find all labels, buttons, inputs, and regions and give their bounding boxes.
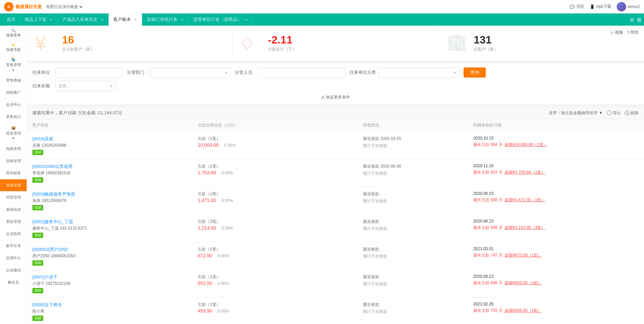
due-date: 2021.02.26	[473, 302, 639, 306]
sidebar-search[interactable]: 🔍 搜索菜单	[0, 26, 27, 41]
help-btn[interactable]: ? 帮助	[627, 30, 639, 35]
person-input[interactable]: ...	[258, 67, 345, 78]
sidebar-item-purchase-mgmt[interactable]: 采购管理	[0, 155, 27, 167]
dept-select[interactable]: ▼	[150, 67, 231, 78]
filter-row-2: 往来余额 选择... ▼	[32, 81, 639, 91]
overdue-link[interactable]: 超期¥672.00（1笔）	[505, 253, 542, 258]
company-select[interactable]: 母婴行业演示账套	[45, 4, 84, 9]
customer-name[interactable]: [0001020001]李老师	[32, 164, 198, 170]
due-date: 2020.06.23	[473, 219, 639, 224]
overdue-link[interactable]: 超期¥1,703.68（1笔）	[505, 170, 545, 175]
chevron-down-icon: ▼	[224, 71, 228, 75]
main-layout: 🔍 搜索菜单 ⚡ 快捷导航 🏪 零售管理 ▲ 零售商城 营销推广 会员中心 零售…	[0, 26, 644, 324]
total-customers-label: 总客户（家）	[474, 47, 636, 52]
collapse-button[interactable]: ⋀ 收起更多条件	[32, 93, 639, 101]
tab-instock-stats[interactable]: 进货单统计表（按商品） ✕	[189, 13, 253, 26]
debt-count: 欠款（1笔）	[198, 191, 363, 197]
debt-cell: 1,214.00 0.00%	[198, 225, 363, 231]
collection-latest: 最近收款	[363, 191, 473, 197]
tab-purchase-order[interactable]: 采购订单统计表 ✕	[142, 13, 189, 26]
sidebar-item-marketing[interactable]: 营销推广	[0, 87, 27, 99]
overdue-link[interactable]: 超期¥652.00（1笔）	[505, 281, 542, 285]
refresh-button[interactable]: ↺ 刷新	[625, 110, 639, 116]
debt-info-cell: 欠款（1笔） 1,471.00 0.00%	[198, 191, 363, 203]
customer-phone: 陈小希	[32, 308, 198, 314]
sidebar-item-new-guide[interactable]: 新手引导	[0, 240, 27, 252]
customer-name[interactable]: [000002]用户2050	[32, 246, 198, 253]
debt-count: 欠款（1笔）	[198, 274, 363, 280]
sidebar-item-batch-mgmt[interactable]: 📦 批发管理 ▼	[0, 123, 27, 143]
debt-percent: 0.00%	[222, 171, 233, 175]
debt-percent: 0.00%	[222, 226, 233, 231]
close-icon[interactable]: ✕	[50, 18, 53, 22]
remainder-select[interactable]: 选择... ▼	[55, 81, 116, 91]
minimize-icon[interactable]: ⊖	[630, 17, 634, 23]
sidebar-item-operation-mgmt[interactable]: 经营管理	[0, 192, 27, 204]
close-icon[interactable]: ✕	[181, 18, 184, 22]
overdue-days: 最长欠款 998 天 超期¥1,214.00（3笔）	[473, 225, 639, 231]
due-date-cell: 2020.06.23 最长欠款 998 天 超期¥1,471.00（1笔）	[473, 191, 639, 203]
sidebar-item-enterprise-collab[interactable]: 企业协同	[0, 228, 27, 240]
customer-phone: 用户2050 18665062050	[32, 253, 198, 259]
tab-goods-shelf[interactable]: 商品上下架 ✕	[20, 13, 58, 26]
customer-name[interactable]: [0006]去下粮仓	[32, 302, 198, 308]
debt-amount: 672.00	[198, 253, 212, 258]
overdue-link[interactable]: 超期¥1,214.00（3笔）	[505, 225, 545, 230]
debt-cell: 1,703.68 0.00%	[198, 169, 363, 175]
overdue-days: 最长欠款 998 天 超期¥1,471.00（1笔）	[473, 197, 639, 203]
sidebar-item-member-plus[interactable]: 畅会员	[0, 276, 27, 289]
sidebar-item-member-center[interactable]: 会员中心	[0, 99, 27, 111]
debt-amount: 1,703.68	[198, 170, 216, 175]
debt-count: 欠款（1笔）	[198, 136, 363, 142]
sidebar-item-capital-mgmt[interactable]: 资金管理	[0, 179, 27, 192]
stat-total-customers: 🏢 131 总客户（家） ▷ 视频 ? 帮助	[439, 26, 644, 61]
dept-label: 分管部门	[127, 69, 147, 76]
customer-tag: 现销	[32, 177, 43, 183]
app-download-btn[interactable]: 📱 App下载	[590, 4, 611, 9]
col-collection: 回收情况	[363, 122, 473, 128]
overdue-link[interactable]: 超期¥1,471.00（1笔）	[505, 198, 545, 202]
video-btn[interactable]: ▷ 视频	[611, 30, 623, 35]
export-icon: ↑	[607, 111, 612, 115]
filter-person: 分管人员 ...	[235, 67, 345, 78]
yuan-icon: ¥	[35, 32, 57, 54]
sort-select[interactable]: 排序：按欠款金额倒序排序 ▼	[549, 110, 603, 116]
sidebar-item-retail-stats[interactable]: 零售统计	[0, 111, 27, 123]
filter-area: 往来单位 ... 分管部门 ▼ 分管人员 ...	[27, 63, 644, 104]
sidebar-quick-nav[interactable]: ⚡ 快捷导航	[0, 41, 27, 55]
export-button[interactable]: ↑ 导出	[607, 110, 621, 116]
building-icon: 🏢	[447, 32, 468, 54]
close-icon[interactable]: ✕	[134, 18, 137, 22]
query-button[interactable]: 查询	[464, 67, 486, 78]
sidebar-item-inventory[interactable]: 库存核算	[0, 167, 27, 179]
customer-info-cell: [0006]去下粮仓 陈小希 现销	[32, 302, 198, 321]
overdue-link[interactable]: 超期¥455.90（1笔）	[505, 308, 542, 313]
sidebar-item-basic-info[interactable]: 基础信息	[0, 204, 27, 216]
customer-name[interactable]: [0002]服务中心_丁磊	[32, 219, 198, 225]
sidebar-item-app-center[interactable]: 应用中心	[0, 252, 27, 264]
tab-product-history[interactable]: 产成品入库单历史 ✕	[58, 13, 109, 26]
sidebar-item-system-mgmt[interactable]: 系统管理	[0, 216, 27, 228]
sidebar-item-ecommerce[interactable]: 电商管理	[0, 143, 27, 155]
maximize-icon[interactable]: ⊞	[637, 17, 641, 23]
unit-category-select[interactable]: ▼	[379, 67, 459, 78]
customer-name[interactable]: [0003]畅捷服务尹海燕	[32, 191, 198, 197]
user-menu[interactable]: demo2	[617, 2, 640, 11]
customer-info-cell: [0003]畅捷服务尹海燕 海燕 18513066976 现销	[32, 191, 198, 210]
customer-name[interactable]: [0007]小进千	[32, 274, 198, 280]
overdue-link[interactable]: 超期¥10,000.00（1笔）	[505, 142, 548, 147]
debt-percent: 0.00%	[218, 309, 229, 314]
close-icon[interactable]: ✕	[245, 18, 248, 22]
table-row: [0016]吴俊 吴俊 13026203696 现销 欠款（1笔） 10,000…	[27, 132, 644, 159]
source-unit-input[interactable]: ...	[55, 67, 123, 78]
chevron-down-icon: ▼	[453, 71, 456, 75]
close-icon[interactable]: ✕	[101, 18, 104, 22]
customer-name[interactable]: [0016]吴俊	[32, 136, 198, 142]
debt-percent: 0.00%	[218, 281, 229, 286]
tab-customer-account[interactable]: 客户账本 ✕	[109, 13, 142, 26]
sidebar-item-enterprise-wechat[interactable]: 企业微信	[0, 264, 27, 276]
sidebar-item-retail-mall[interactable]: 零售商城	[0, 75, 27, 87]
message-btn[interactable]: 💬 消息	[570, 4, 584, 9]
tab-home[interactable]: 首页	[3, 13, 20, 26]
sidebar-item-retail-mgmt[interactable]: 🏪 零售管理 ▲	[0, 55, 27, 75]
